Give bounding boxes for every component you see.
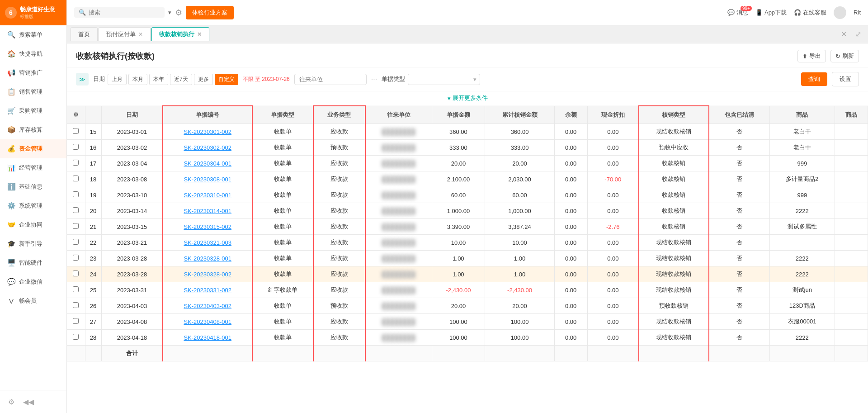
th-biz-type[interactable]: 业务类型 [313,106,365,124]
this-year-btn[interactable]: 本年 [149,74,168,85]
cell-checkbox[interactable] [67,266,85,282]
cell-doc-no[interactable]: SK-20230315-002 [163,219,252,235]
sidebar-item-purchase[interactable]: 🛒采购管理 [0,101,66,120]
row-checkbox[interactable] [73,160,79,166]
doc-no-link[interactable]: SK-20230310-001 [184,192,231,199]
th-cancel-type[interactable]: 核销类型 [639,106,709,124]
doc-no-link[interactable]: SK-20230408-001 [184,318,231,325]
last-7-days-btn[interactable]: 近7天 [170,74,192,85]
doc-no-link[interactable]: SK-20230418-001 [184,334,231,341]
dropdown-btn[interactable]: ▾ [168,9,171,16]
row-checkbox[interactable] [73,223,79,229]
cell-checkbox[interactable] [67,251,85,266]
more-date-btn[interactable]: 更多 [194,74,213,85]
query-button[interactable]: 查询 [801,72,827,86]
settings-icon[interactable]: ⚙ [5,395,18,408]
th-cash-disc[interactable]: 现金折扣 [587,106,639,124]
cell-checkbox[interactable] [67,314,85,330]
cell-checkbox[interactable] [67,282,85,298]
sidebar-item-search[interactable]: 🔍搜索菜单 [0,25,66,44]
cell-doc-no[interactable]: SK-20230328-002 [163,266,252,282]
cell-checkbox[interactable] [67,298,85,314]
collapse-icon[interactable]: ◀◀ [22,395,35,408]
table-wrap[interactable]: ⚙ 日期 单据编号 单据类型 业务类型 往来单位 单据金额 累计核销金额 余额 … [67,105,868,413]
cell-doc-no[interactable]: SK-20230331-002 [163,282,252,298]
doc-no-link[interactable]: SK-20230302-002 [184,144,231,151]
tab-home[interactable]: 首页 [71,27,98,41]
solution-button[interactable]: 体验行业方案 [186,6,234,19]
row-checkbox[interactable] [73,128,79,134]
th-gear[interactable]: ⚙ [67,106,85,124]
th-balance[interactable]: 余额 [554,106,587,124]
th-date[interactable]: 日期 [101,106,163,124]
row-checkbox[interactable] [73,302,79,308]
sidebar-item-finance[interactable]: 💰资金管理 [0,139,66,158]
doc-no-link[interactable]: SK-20230328-001 [184,255,231,262]
cell-checkbox[interactable] [67,203,85,219]
doc-no-link[interactable]: SK-20230331-002 [184,287,231,294]
cell-doc-no[interactable]: SK-20230304-001 [163,156,252,171]
row-checkbox[interactable] [73,318,79,324]
this-month-btn[interactable]: 本月 [128,74,147,85]
sidebar-item-wechat[interactable]: 💬企业微信 [0,272,66,291]
row-checkbox[interactable] [73,334,79,340]
app-download-item[interactable]: 📱 App下载 [755,9,787,17]
refresh-button[interactable]: ↻ 刷新 [830,50,859,62]
sidebar-item-hardware[interactable]: 🖥️智能硬件 [0,253,66,272]
cell-doc-no[interactable]: SK-20230308-001 [163,171,252,187]
tab-close-prepay[interactable]: ✕ [138,31,143,38]
cell-checkbox[interactable] [67,156,85,171]
settings-button[interactable]: 设置 [832,72,859,86]
custom-date-btn[interactable]: 自定义 [215,74,238,85]
row-checkbox[interactable] [73,207,79,213]
expand-btn[interactable]: ⤢ [852,28,864,41]
cell-checkbox[interactable] [67,330,85,346]
messages-item[interactable]: 💬 消息 99+ [727,9,748,17]
close-all-btn[interactable]: ✕ [837,28,850,41]
sidebar-item-member[interactable]: V畅会员 [0,291,66,310]
sidebar-item-operations[interactable]: 📊经营管理 [0,158,66,177]
sidebar-item-marketing[interactable]: 📢营销推广 [0,63,66,82]
more-filters-dots[interactable]: ··· [371,75,377,83]
avatar[interactable] [834,6,846,19]
doc-no-link[interactable]: SK-20230304-001 [184,160,231,167]
cell-doc-no[interactable]: SK-20230321-003 [163,235,252,251]
doc-no-link[interactable]: SK-20230403-002 [184,303,231,309]
export-button[interactable]: ⬆ 导出 [797,50,826,62]
online-service-item[interactable]: 🎧 在线客服 [794,9,826,17]
tab-close-collection[interactable]: ✕ [197,31,202,38]
expand-more-button[interactable]: ▾ 展开更多条件 [448,94,488,102]
th-unit[interactable]: 往来单位 [365,106,432,124]
cell-doc-no[interactable]: SK-20230408-001 [163,314,252,330]
sidebar-item-inventory[interactable]: 📦库存核算 [0,120,66,139]
row-checkbox[interactable] [73,144,79,150]
sidebar-item-quick-nav[interactable]: 🏠快捷导航 [0,44,66,63]
row-checkbox[interactable] [73,191,79,197]
sidebar-item-system[interactable]: ⚙️系统管理 [0,196,66,215]
doc-no-link[interactable]: SK-20230308-001 [184,176,231,183]
cell-doc-no[interactable]: SK-20230314-001 [163,203,252,219]
th-goods[interactable]: 商品 [769,106,835,124]
gear-icon[interactable]: ⚙ [175,8,182,18]
cell-checkbox[interactable] [67,140,85,156]
row-checkbox[interactable] [73,176,79,181]
th-goods2[interactable]: 商品 [835,106,868,124]
doc-no-link[interactable]: SK-20230301-002 [184,128,231,135]
cell-doc-no[interactable]: SK-20230301-002 [163,124,252,140]
th-include-settled[interactable]: 包含已结清 [709,106,769,124]
type-select[interactable] [408,74,480,85]
cell-checkbox[interactable] [67,235,85,251]
search-input[interactable] [89,9,143,16]
sidebar-item-basic[interactable]: ℹ️基础信息 [0,177,66,196]
doc-no-link[interactable]: SK-20230328-002 [184,271,231,278]
row-checkbox[interactable] [73,255,79,261]
cell-doc-no[interactable]: SK-20230418-001 [163,330,252,346]
filter-toggle-button[interactable]: ≫ [76,73,89,85]
cell-doc-no[interactable]: SK-20230328-001 [163,251,252,266]
th-write-off[interactable]: 累计核销金额 [485,106,554,124]
cell-checkbox[interactable] [67,187,85,203]
row-checkbox[interactable] [73,239,79,245]
doc-no-link[interactable]: SK-20230314-001 [184,208,231,214]
last-month-btn[interactable]: 上月 [108,74,127,85]
doc-no-link[interactable]: SK-20230321-003 [184,239,231,246]
